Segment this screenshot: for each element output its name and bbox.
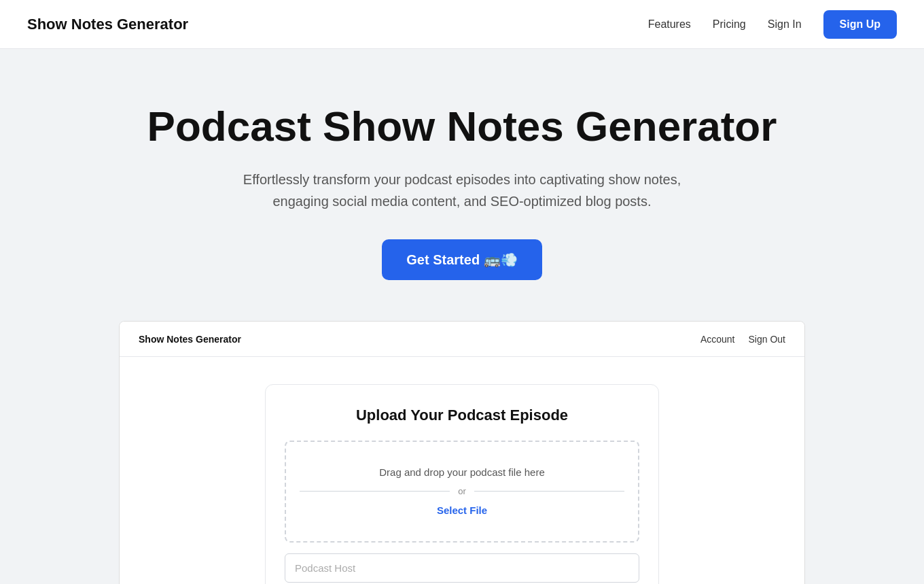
site-logo: Show Notes Generator (27, 16, 188, 33)
select-file-link[interactable]: Select File (437, 504, 487, 516)
dropzone-or-divider: or (300, 486, 624, 496)
hero-section: Podcast Show Notes Generator Effortlessl… (0, 49, 924, 321)
app-frame: Show Notes Generator Account Sign Out Up… (0, 321, 924, 584)
upload-card: Upload Your Podcast Episode Drag and dro… (265, 384, 659, 584)
app-navigation: Show Notes Generator Account Sign Out (120, 322, 804, 357)
hero-subtitle: Effortlessly transform your podcast epis… (231, 169, 693, 212)
nav-links: Features Pricing Sign In Sign Up (648, 10, 897, 39)
dropzone-text: Drag and drop your podcast file here (300, 466, 624, 478)
nav-pricing[interactable]: Pricing (713, 18, 746, 31)
get-started-button[interactable]: Get Started 🚌💨 (382, 239, 541, 280)
or-line-right (474, 491, 624, 492)
top-navigation: Show Notes Generator Features Pricing Si… (0, 0, 924, 49)
app-window: Show Notes Generator Account Sign Out Up… (119, 321, 805, 584)
app-nav-signout[interactable]: Sign Out (749, 334, 785, 345)
or-text: or (458, 486, 466, 496)
podcast-host-input[interactable] (285, 553, 639, 583)
hero-title: Podcast Show Notes Generator (27, 103, 897, 150)
nav-features[interactable]: Features (648, 18, 691, 31)
file-dropzone[interactable]: Drag and drop your podcast file here or … (285, 441, 639, 543)
nav-signin[interactable]: Sign In (768, 18, 802, 31)
signup-button[interactable]: Sign Up (823, 10, 897, 39)
or-line-left (300, 491, 450, 492)
app-nav-links: Account Sign Out (700, 334, 785, 345)
upload-section: Upload Your Podcast Episode Drag and dro… (120, 357, 804, 584)
app-nav-account[interactable]: Account (700, 334, 735, 345)
upload-card-title: Upload Your Podcast Episode (285, 407, 639, 424)
app-logo: Show Notes Generator (139, 334, 241, 345)
